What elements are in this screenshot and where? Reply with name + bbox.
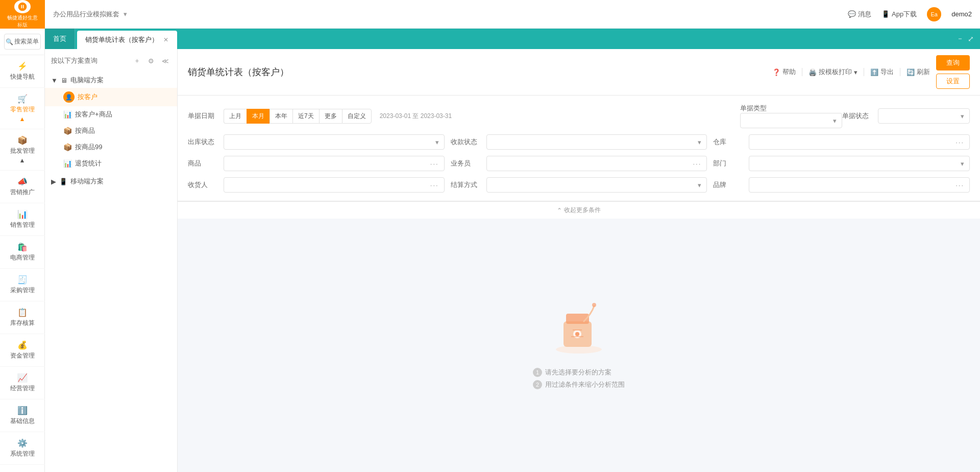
sidebar-item-ecommerce[interactable]: 🛍️ 电商管理: [0, 236, 45, 269]
staff-select[interactable]: ···: [486, 156, 707, 171]
settlement-label: 结算方式: [451, 180, 486, 190]
purchase-icon: 🧾: [17, 275, 28, 285]
svg-point-4: [575, 332, 579, 336]
status-select[interactable]: ▾: [878, 108, 970, 124]
outbound-select[interactable]: ▾: [224, 134, 445, 150]
date-range-display: 2023-03-01 至 2023-03-31: [380, 112, 452, 121]
tab-sales-stats[interactable]: 销货单统计表（按客户） ✕: [77, 31, 177, 49]
settings-scheme-button[interactable]: ⚙: [145, 55, 157, 66]
warehouse-select[interactable]: ···: [749, 134, 970, 150]
dept-select[interactable]: ▾: [749, 156, 970, 171]
mobile-group-title[interactable]: ▶ 📱 移动端方案: [45, 174, 177, 189]
header-left: 办公用品行业模拟账套 ▾: [53, 10, 127, 19]
mobile-scheme-group: ▶ 📱 移动端方案: [45, 174, 177, 189]
receiver-select[interactable]: ···: [224, 177, 445, 193]
settlement-select[interactable]: ▾: [486, 177, 707, 193]
logo-icon: [14, 0, 31, 13]
date-filter-buttons: 上月 本月 本年 近7天 更多 自定义: [224, 109, 372, 124]
product-label: 商品: [188, 159, 224, 168]
sidebar-item-basic[interactable]: ℹ️ 基础信息: [0, 399, 45, 432]
collapse-panel-button[interactable]: ≪: [160, 55, 171, 66]
staff-label: 业务员: [451, 159, 486, 168]
status-arrow-icon: ▾: [961, 112, 964, 120]
more-btn[interactable]: 更多: [319, 109, 342, 124]
app-download-action[interactable]: 📱 App下载: [881, 10, 917, 19]
sidebar-item-finance[interactable]: 💰 资金管理: [0, 334, 45, 367]
header-dropdown-arrow[interactable]: ▾: [124, 10, 127, 18]
help-button[interactable]: ❓ 帮助: [772, 67, 796, 77]
scheme-item-by-customer-product[interactable]: 📊 按客户+商品: [45, 106, 177, 123]
desktop-group-title[interactable]: ▼ 🖥 电脑端方案: [45, 73, 177, 88]
custom-btn[interactable]: 自定义: [342, 109, 372, 124]
scheme-icon: 📊: [63, 110, 72, 119]
scheme-item-by-product-99[interactable]: 📦 按商品99: [45, 139, 177, 155]
left-panel-actions: ＋ ⚙ ≪: [131, 55, 171, 66]
username: demo2: [951, 10, 972, 18]
maximize-button[interactable]: ⤢: [968, 35, 974, 43]
tab-close-button[interactable]: ✕: [163, 36, 168, 43]
this-year-btn[interactable]: 本年: [270, 109, 292, 124]
status-label: 单据状态: [842, 111, 878, 121]
settlement-arrow-icon: ▾: [698, 181, 701, 189]
product-filter-row: 商品 ··· 业务员 ··· 部门 ▾: [188, 156, 970, 171]
page-actions: ❓ 帮助 🖨️ 按模板打印 ▾ ⬆️ 导出: [772, 55, 970, 89]
this-month-btn[interactable]: 本月: [247, 109, 270, 124]
sidebar-item-inventory[interactable]: 📋 库存核算: [0, 301, 45, 334]
user-avatar[interactable]: Ea: [927, 7, 941, 21]
search-section: 🔍搜索菜单: [0, 29, 45, 55]
last-7-btn[interactable]: 近7天: [292, 109, 319, 124]
help-icon: ❓: [772, 68, 780, 76]
basic-icon: ℹ️: [17, 406, 28, 415]
refresh-button[interactable]: 🔄 刷新: [906, 67, 930, 77]
finance-icon: 💰: [17, 340, 28, 350]
last-month-btn[interactable]: 上月: [224, 109, 247, 124]
receiver-label: 收货人: [188, 180, 224, 190]
wholesale-icon: 📦: [17, 135, 28, 145]
receipt-arrow-icon: ▾: [698, 138, 701, 146]
sidebar-quick-nav[interactable]: ⚡ 快捷导航: [0, 55, 45, 88]
receipt-label: 收款状态: [451, 137, 486, 147]
sidebar-item-cooperation[interactable]: 🤝 企业协同: [0, 465, 45, 472]
sidebar-item-sales[interactable]: 📊 销售管理: [0, 203, 45, 236]
divider-2: [864, 68, 864, 76]
brand-select[interactable]: ···: [749, 177, 970, 193]
operations-icon: 📈: [17, 373, 28, 383]
outbound-filter-row: 出库状态 ▾ 收款状态 ▾ 仓库 ···: [188, 134, 970, 150]
export-icon: ⬆️: [870, 68, 878, 76]
sidebar-item-marketing[interactable]: 📣 营销推广: [0, 171, 45, 203]
query-button[interactable]: 查询: [936, 55, 970, 70]
sidebar-item-system[interactable]: ⚙️ 系统管理: [0, 432, 45, 465]
left-panel: 按以下方案查询 ＋ ⚙ ≪ ▼ 🖥 电脑端方案 👤 按客户: [45, 49, 178, 472]
date-label: 单据日期: [188, 111, 224, 121]
settings-button[interactable]: 设置: [936, 74, 970, 89]
collapse-arrow-icon: ⌃: [557, 207, 562, 214]
minimize-button[interactable]: －: [957, 34, 964, 43]
scheme-item-return-stats[interactable]: 📊 退货统计: [45, 155, 177, 172]
sidebar-item-retail[interactable]: 🛒 零售管理 ▲: [0, 88, 45, 129]
inventory-icon: 📋: [17, 308, 28, 317]
tab-home[interactable]: 首页: [45, 29, 75, 49]
sidebar-item-wholesale[interactable]: 📦 批发管理 ▲: [0, 129, 45, 171]
collapse-filters-button[interactable]: ⌃ 收起更多条件: [178, 201, 980, 219]
template-print-button[interactable]: 🖨️ 按模板打印 ▾: [808, 67, 857, 77]
sidebar-item-purchase[interactable]: 🧾 采购管理: [0, 269, 45, 301]
scheme-item-by-product[interactable]: 📦 按商品: [45, 123, 177, 139]
header-title: 办公用品行业模拟账套: [53, 10, 119, 19]
sidebar-item-operations[interactable]: 📈 经营管理: [0, 367, 45, 399]
add-scheme-button[interactable]: ＋: [131, 55, 142, 66]
group-expand-icon: ▼: [51, 77, 58, 84]
receipt-select[interactable]: ▾: [486, 134, 707, 150]
print-dropdown-arrow: ▾: [854, 68, 857, 76]
message-action[interactable]: 💬 消息: [848, 10, 871, 19]
app-subtitle: 标版: [17, 21, 28, 29]
receiver-dots: ···: [430, 181, 439, 189]
export-button[interactable]: ⬆️ 导出: [870, 67, 894, 77]
ecommerce-icon: 🛍️: [17, 242, 28, 252]
search-menu-button[interactable]: 🔍搜索菜单: [4, 34, 41, 50]
product-select[interactable]: ···: [224, 156, 445, 171]
scheme-item-by-customer[interactable]: 👤 按客户: [45, 88, 177, 106]
scheme-icon-3: 📦: [63, 143, 72, 151]
print-icon: 🖨️: [808, 68, 817, 76]
type-select[interactable]: ▾: [740, 113, 842, 128]
svg-point-7: [592, 303, 596, 307]
